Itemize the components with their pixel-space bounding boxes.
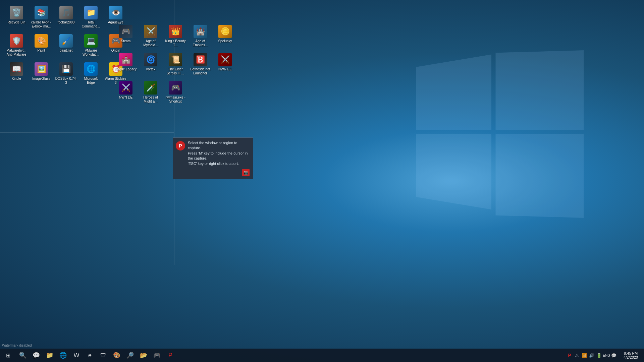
icon-image-vmware: 💻	[84, 34, 98, 48]
systray-warn[interactable]: ⚠	[574, 352, 580, 358]
icon-image-rogue-legacy: 🏰	[119, 53, 132, 66]
icon-image-nwn-ee: ⚔️	[218, 53, 232, 66]
taskbar: ⊞ 🔍 💬 📁 🌐 W e 🛡 🎨 🔎 📂 🎮 P P ⚠ 📶 🔊 🔋 ENG …	[0, 349, 644, 362]
desktop-icon-nwn-ee[interactable]: ⚔️ NWN EE	[213, 52, 237, 78]
systray-msg[interactable]: 💬	[611, 352, 617, 358]
desktop-icon-elder-scrolls[interactable]: 📜 The Elder Scrolls III ...	[164, 52, 187, 78]
taskbar-pico[interactable]: P	[164, 349, 177, 362]
systray-lang[interactable]: ENG	[603, 352, 609, 358]
icon-image-malwarebytes: 🛡️	[10, 34, 23, 48]
icon-label-nwn-ee: NWN EE	[218, 67, 232, 71]
taskbar-fileexplorer[interactable]: 📁	[43, 349, 56, 362]
icon-image-foobar2000: 🎵	[59, 6, 73, 19]
desktop-icon-recycle-bin[interactable]: 🗑️ Recycle Bin	[5, 5, 28, 32]
desktop-icon-bethesda[interactable]: 🅱️ Bethesda.net Launcher	[189, 52, 212, 78]
icon-label-recycle-bin: Recycle Bin	[8, 20, 25, 24]
desktop-icon-kings-bounty[interactable]: 👑 King's Bounty T...	[164, 23, 187, 50]
icon-label-nwn-de: NWN DE	[119, 96, 133, 100]
icon-label-malwarebytes: Malwarebyt... Anti-Malware	[5, 49, 28, 57]
desktop-icon-vmware[interactable]: 💻 VMware Workstati...	[79, 33, 103, 60]
icon-label-paint: Paint	[38, 49, 45, 53]
icon-label-dosbox: DOSBox 0.74-3	[55, 77, 77, 85]
icon-label-steam: Steam	[121, 39, 131, 43]
icon-label-elder-scrolls: The Elder Scrolls III ...	[164, 67, 186, 75]
desktop-icon-heroes[interactable]: 🗡️ Heroes of Might a...	[139, 80, 162, 107]
desktop-icon-nwmain[interactable]: 🎮 nwmain.exe - Shortcut	[164, 80, 187, 107]
taskbar-search[interactable]: 🔍	[16, 349, 30, 362]
icon-image-edge: 🌐	[84, 62, 98, 76]
icon-image-age-empires: 🏰	[194, 25, 207, 38]
desktop-icons-right: 🎮 Steam ⚔️ Age of Mytholo... 👑 King's Bo…	[114, 23, 237, 107]
icon-label-foobar2000: foobar2000	[58, 20, 75, 24]
taskbar-chrome[interactable]: 🌐	[56, 349, 70, 362]
watermark-text: Watermark disabled	[0, 343, 34, 348]
taskbar-word[interactable]: W	[70, 349, 83, 362]
desktop-icon-vortex[interactable]: 🌀 Vortex	[139, 52, 162, 78]
popup-content: P Select the window or region to capture…	[176, 140, 250, 166]
systray-network[interactable]: 📶	[581, 352, 587, 358]
taskbar-everything[interactable]: 🔎	[123, 349, 137, 362]
start-button[interactable]: ⊞	[0, 349, 16, 362]
taskbar-malware[interactable]: 🛡	[97, 349, 110, 362]
icon-image-agaueeye: 👁️	[109, 6, 122, 19]
icon-label-paintnet: paint.net	[60, 49, 72, 53]
desktop-icon-nwn-de[interactable]: ⚔️ NWN DE	[114, 80, 138, 107]
icon-image-spelunky: 🪙	[218, 25, 232, 38]
desktop-icon-age-empires[interactable]: 🏰 Age of Empires...	[189, 23, 212, 50]
desktop-icon-dosbox[interactable]: 💾 DOSBox 0.74-3	[54, 61, 78, 88]
pico-icon: P	[176, 141, 185, 150]
desktop-icon-imageglass[interactable]: 🖼️ ImageGlass	[30, 61, 53, 88]
desktop-icon-kindle[interactable]: 📖 Kindle	[5, 61, 28, 88]
desktop-icon-malwarebytes[interactable]: 🛡️ Malwarebyt... Anti-Malware	[5, 33, 28, 60]
icon-image-age-mythology: ⚔️	[144, 25, 157, 38]
icon-image-recycle-bin: 🗑️	[10, 6, 23, 19]
desktop-icon-total-commander[interactable]: 📁 Total Command...	[79, 5, 103, 32]
desktop-icon-paintnet[interactable]: 🖌️ paint.net	[54, 33, 78, 60]
windows-logo-background	[416, 50, 584, 218]
taskbar-cortana[interactable]: 💬	[30, 349, 43, 362]
systray-pico[interactable]: P	[567, 352, 573, 358]
desktop-icon-foobar2000[interactable]: 🎵 foobar2000	[54, 5, 78, 32]
taskbar-clock[interactable]: 8:45 PM 4/2/2020	[620, 349, 642, 362]
desktop-icon-rogue-legacy[interactable]: 🏰 Rogue Legacy	[114, 52, 138, 78]
icon-label-total-commander: Total Command...	[80, 20, 102, 28]
screenshot-popup: P Select the window or region to capture…	[173, 137, 253, 179]
icon-image-nwmain: 🎮	[169, 81, 182, 95]
icon-image-kindle: 📖	[10, 62, 23, 76]
svg-marker-0	[416, 55, 491, 130]
icon-label-nwmain: nwmain.exe - Shortcut	[164, 96, 186, 104]
icon-label-rogue-legacy: Rogue Legacy	[115, 67, 137, 71]
desktop-icon-steam[interactable]: 🎮 Steam	[114, 23, 138, 50]
icon-image-kings-bounty: 👑	[169, 25, 182, 38]
icon-image-paint: 🎨	[35, 34, 48, 48]
taskbar-steam[interactable]: 🎮	[150, 349, 164, 362]
icon-label-vmware: VMware Workstati...	[80, 49, 102, 57]
icon-label-heroes: Heroes of Might a...	[140, 96, 162, 104]
desktop-icon-spelunky[interactable]: 🪙 Spelunky	[213, 23, 237, 50]
systray-battery[interactable]: 🔋	[596, 352, 602, 358]
system-tray: P ⚠ 📶 🔊 🔋 ENG 💬	[564, 352, 620, 358]
icon-label-age-empires: Age of Empires...	[189, 39, 211, 47]
popup-text: Select the window or region to capture. …	[188, 140, 250, 166]
icon-label-imageglass: ImageGlass	[32, 77, 50, 81]
taskbar-files[interactable]: 📂	[137, 349, 150, 362]
systray-volume[interactable]: 🔊	[589, 352, 595, 358]
desktop-icon-age-mythology[interactable]: ⚔️ Age of Mytholo...	[139, 23, 162, 50]
icon-label-vortex: Vortex	[146, 67, 155, 71]
taskbar-paint[interactable]: 🎨	[110, 349, 123, 362]
icon-label-age-mythology: Age of Mytholo...	[140, 39, 162, 47]
show-desktop-button[interactable]	[642, 349, 644, 362]
taskbar-edge[interactable]: e	[83, 349, 97, 362]
icon-image-calibre: 📚	[35, 6, 48, 19]
clock-date: 4/2/2020	[624, 355, 638, 359]
desktop-icon-edge[interactable]: 🌐 Microsoft Edge	[79, 61, 103, 88]
desktop-icon-paint[interactable]: 🎨 Paint	[30, 33, 53, 60]
icon-label-calibre: calibre 64bit - E-book ma...	[30, 20, 52, 28]
icon-label-spelunky: Spelunky	[218, 39, 232, 43]
icon-image-paintnet: 🖌️	[59, 34, 73, 48]
desktop-icon-calibre[interactable]: 📚 calibre 64bit - E-book ma...	[30, 5, 53, 32]
icon-image-bethesda: 🅱️	[194, 53, 207, 66]
icon-label-edge: Microsoft Edge	[80, 77, 102, 85]
icon-image-vortex: 🌀	[144, 53, 157, 66]
camera-button[interactable]: 📷	[242, 169, 250, 176]
